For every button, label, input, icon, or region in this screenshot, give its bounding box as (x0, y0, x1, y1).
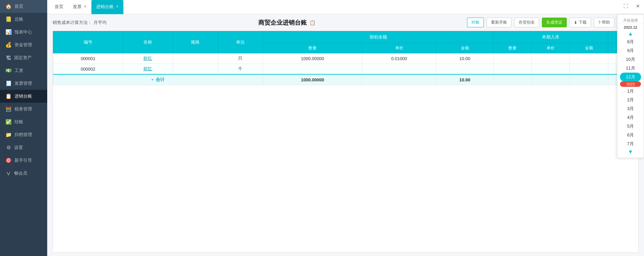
cell-open-price: 0.01000 (362, 53, 436, 64)
sidebar-item-label: 归档管理 (14, 132, 32, 138)
sidebar-item-tax[interactable]: 🧮 税务管理 (0, 103, 47, 116)
ledger-icon: 📒 (5, 16, 12, 22)
cell-spec (173, 53, 218, 64)
cost-method-value: 月平均 (93, 20, 107, 25)
info-bar: 销售成本计算方法： 月平均 商贸企业进销台账 📋 对账 重新开账 存货别名 生成… (53, 18, 639, 27)
cell-open-amount (436, 64, 494, 75)
table-total-row: ▪ 合计 1000.00000 10.00 (53, 74, 638, 85)
help-icon: ? (598, 20, 601, 25)
sidebar-item-archive[interactable]: 📁 归档管理 (0, 128, 47, 141)
month-item-7[interactable]: 7月 (617, 139, 644, 148)
month-item-6[interactable]: 6月 (617, 131, 644, 139)
sidebar-item-settings[interactable]: ⚙ 设置 (0, 141, 47, 154)
month-panel-up[interactable]: ▲ (617, 30, 644, 37)
maximize-button[interactable]: ⛶ (620, 0, 632, 12)
jinxiao-icon: 📋 (5, 93, 12, 99)
sidebar-item-invoice-mgmt[interactable]: 🧾 发票管理 (0, 77, 47, 90)
cell-name[interactable]: 前红 (123, 64, 173, 75)
month-item-12[interactable]: 12月 (620, 73, 641, 81)
total-open-price (362, 74, 436, 85)
sidebar-item-home[interactable]: 🏠 首页 (0, 0, 47, 13)
tab-invoice[interactable]: 发票 ✕ (68, 0, 91, 14)
cell-in-price (532, 53, 570, 64)
sidebar-item-label: 畅会员 (14, 170, 27, 176)
sidebar-item-assets[interactable]: 🏗 固定资产 (0, 51, 47, 64)
total-label-cell: ▪ 合计 (53, 74, 263, 85)
month-panel-down[interactable]: ▼ (617, 148, 644, 156)
cell-unit: 个 (218, 64, 263, 75)
col-open-amount: 金额 (436, 43, 494, 53)
sidebar-item-ledger[interactable]: 📒 总账 (0, 13, 47, 26)
table-header-top: 编号 名称 规格 单位 期初余额 (53, 31, 638, 43)
salary-icon: 💵 (5, 68, 12, 74)
month-item-2[interactable]: 2月 (617, 96, 644, 104)
sidebar-item-guide[interactable]: 🎯 新手引导 (0, 154, 47, 167)
sidebar-item-vip[interactable]: V 畅会员 (0, 167, 47, 180)
tab-jinxiao[interactable]: 进销台账 ✕ (91, 0, 123, 14)
save-alias-button[interactable]: 存货别名 (514, 18, 539, 27)
tab-home[interactable]: 首页 (50, 0, 68, 14)
month-item-10[interactable]: 10月 (617, 55, 644, 64)
month-item-9[interactable]: 9月 (617, 46, 644, 55)
content-area: 销售成本计算方法： 月平均 商贸企业进销台账 📋 对账 重新开账 存货别名 生成… (47, 14, 644, 256)
cell-number: 000001 (53, 53, 123, 64)
table-body: 000001 前红 只 1000.00000 0.01000 10.00 000… (53, 53, 638, 85)
tax-icon: 🧮 (5, 106, 12, 112)
reconcile-label: 对账 (471, 20, 479, 25)
cell-open-qty (263, 64, 362, 75)
vip-icon: V (5, 171, 11, 176)
sidebar-item-reports[interactable]: 📊 报表中心 (0, 26, 47, 39)
download-button[interactable]: ⬇ 下载 (569, 18, 591, 27)
main-area: ⛶ ✕ 首页 发票 ✕ 进销台账 ✕ 销售成本计算方法： 月平均 商贸企业进销台… (47, 0, 644, 256)
help-button[interactable]: ? 帮助 (594, 18, 614, 27)
col-opening-balance: 期初余额 (263, 31, 494, 43)
month-item-8[interactable]: 8月 (617, 37, 644, 46)
month-item-4[interactable]: 4月 (617, 113, 644, 122)
reconcile-button[interactable]: 对账 (467, 18, 484, 27)
tab-invoice-close[interactable]: ✕ (84, 4, 87, 9)
sidebar-item-salary[interactable]: 💵 工资 (0, 64, 47, 77)
download-icon: ⬇ (574, 20, 577, 25)
total-in-qty (494, 74, 532, 85)
cell-open-qty: 1000.00000 (263, 53, 362, 64)
month-panel-title: 月份选择 (617, 17, 644, 24)
archive-icon: 📁 (5, 132, 12, 138)
sidebar-item-label: 设置 (14, 145, 23, 151)
col-in-price: 单价 (532, 43, 570, 53)
total-open-amount: 10.00 (436, 74, 494, 85)
cost-method-label: 销售成本计算方法： (53, 20, 92, 25)
settings-icon: ⚙ (5, 145, 11, 151)
close-button[interactable]: ✕ (632, 0, 644, 12)
month-panel-year-2022: 2022.12 (617, 25, 644, 30)
month-item-11[interactable]: 11月 (617, 64, 644, 73)
generate-voucher-button[interactable]: 生成凭证 (542, 18, 567, 27)
sidebar-item-funds[interactable]: 💰 资金管理 (0, 39, 47, 51)
cell-in-amount (570, 53, 608, 64)
month-panel: 月份选择 2022.12 ▲ 8月 9月 10月 11月 12月 2023 1月… (617, 14, 644, 158)
sidebar-item-label: 结账 (14, 119, 23, 125)
sidebar-item-jinxiao[interactable]: 📋 进销台账 (0, 90, 47, 103)
sidebar-item-label: 固定资产 (14, 55, 32, 61)
sidebar-item-label: 工资 (14, 68, 23, 74)
reopen-button[interactable]: 重新开账 (487, 18, 511, 27)
cell-in-amount (570, 64, 608, 75)
month-item-5[interactable]: 5月 (617, 122, 644, 131)
main-table-wrapper: 编号 名称 规格 单位 期初余额 (53, 31, 639, 253)
cell-open-amount: 10.00 (436, 53, 494, 64)
sidebar-item-closing[interactable]: ✅ 结账 (0, 116, 47, 128)
window-controls: ⛶ ✕ (620, 0, 644, 12)
table-row: 000002 前红 个 (53, 64, 638, 75)
tab-jinxiao-close[interactable]: ✕ (116, 4, 119, 9)
cell-in-price (532, 64, 570, 75)
year-2023-badge: 2023 (620, 81, 641, 87)
edit-icon[interactable]: 📋 (310, 20, 315, 25)
cell-name[interactable]: 前红 (123, 53, 173, 64)
save-alias-label: 存货别名 (519, 20, 535, 25)
reopen-label: 重新开账 (491, 20, 507, 25)
reports-icon: 📊 (5, 29, 12, 35)
total-in-price (532, 74, 570, 85)
month-item-1[interactable]: 1月 (617, 87, 644, 96)
cell-in-qty (494, 64, 532, 75)
sidebar-item-label: 报表中心 (14, 29, 32, 35)
month-item-3[interactable]: 3月 (617, 104, 644, 113)
